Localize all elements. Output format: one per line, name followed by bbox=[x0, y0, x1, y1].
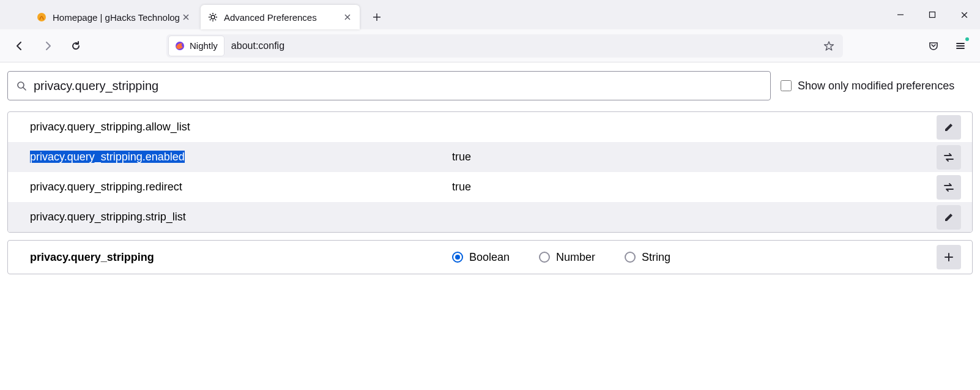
pref-name: privacy.query_stripping.allow_list bbox=[30, 121, 190, 133]
svg-line-8 bbox=[215, 14, 216, 15]
close-window-button[interactable] bbox=[948, 0, 980, 29]
svg-rect-10 bbox=[930, 12, 935, 18]
identity-box[interactable]: Nightly bbox=[169, 36, 224, 56]
show-only-modified-checkbox[interactable]: Show only modified preferences bbox=[781, 80, 954, 92]
search-icon bbox=[17, 81, 26, 91]
toggle-button[interactable] bbox=[937, 175, 961, 200]
prefs-table: privacy.query_stripping.allow_list priva… bbox=[7, 111, 973, 233]
close-icon[interactable] bbox=[341, 11, 354, 23]
titlebar: Homepage | gHacks Technolog Advanced Pre… bbox=[0, 0, 980, 29]
pref-type-label: String bbox=[642, 251, 670, 264]
show-only-modified-label: Show only modified preferences bbox=[798, 80, 954, 92]
pref-type-label: Number bbox=[556, 251, 595, 264]
url-text: about:config bbox=[231, 40, 843, 51]
bookmark-star-icon[interactable] bbox=[821, 38, 837, 54]
pref-type-boolean[interactable]: Boolean bbox=[452, 251, 510, 264]
radio-unchecked-icon bbox=[625, 252, 636, 263]
maximize-button[interactable] bbox=[916, 0, 948, 29]
app-menu-button[interactable] bbox=[949, 35, 971, 57]
minimize-button[interactable] bbox=[885, 0, 916, 29]
pref-type-radiogroup: Boolean Number String bbox=[452, 251, 670, 264]
about-config-content: Show only modified preferences privacy.q… bbox=[0, 62, 980, 283]
identity-label: Nightly bbox=[190, 40, 218, 51]
firefox-nightly-icon bbox=[175, 41, 185, 51]
forward-button[interactable] bbox=[37, 35, 59, 57]
tab-active[interactable]: Advanced Preferences bbox=[201, 5, 360, 29]
pref-value: true bbox=[452, 151, 937, 163]
pref-row[interactable]: privacy.query_stripping.enabled true bbox=[8, 142, 972, 172]
pref-type-string[interactable]: String bbox=[625, 251, 670, 264]
svg-line-6 bbox=[210, 14, 210, 15]
notification-dot-icon bbox=[965, 37, 969, 41]
new-tab-button[interactable] bbox=[367, 7, 387, 27]
close-icon[interactable] bbox=[180, 11, 192, 23]
pref-value: true bbox=[452, 181, 937, 193]
svg-point-0 bbox=[37, 13, 46, 21]
ghacks-favicon-icon bbox=[37, 12, 46, 22]
svg-line-9 bbox=[210, 20, 210, 20]
pref-row[interactable]: privacy.query_stripping.strip_list bbox=[8, 202, 972, 232]
svg-line-13 bbox=[23, 88, 26, 90]
tab-inactive[interactable]: Homepage | gHacks Technolog bbox=[29, 5, 198, 29]
show-only-modified-input[interactable] bbox=[781, 80, 792, 91]
svg-line-7 bbox=[215, 20, 216, 20]
new-pref-name: privacy.query_stripping bbox=[30, 251, 452, 264]
toolbar: Nightly about:config bbox=[0, 29, 980, 62]
reload-button[interactable] bbox=[65, 35, 87, 57]
back-button[interactable] bbox=[9, 35, 31, 57]
tab-label: Homepage | gHacks Technolog bbox=[53, 12, 180, 23]
pref-name: privacy.query_stripping.redirect bbox=[30, 181, 182, 193]
add-pref-button[interactable] bbox=[937, 245, 961, 269]
toggle-button[interactable] bbox=[937, 145, 961, 170]
pref-type-label: Boolean bbox=[469, 251, 510, 264]
gear-icon bbox=[208, 12, 218, 22]
url-bar[interactable]: Nightly about:config bbox=[166, 34, 843, 58]
window-controls bbox=[885, 0, 980, 29]
pref-name: privacy.query_stripping.strip_list bbox=[30, 211, 186, 223]
radio-checked-icon bbox=[452, 252, 463, 263]
edit-button[interactable] bbox=[937, 115, 961, 140]
pref-search-box[interactable] bbox=[7, 71, 771, 100]
svg-point-1 bbox=[211, 15, 215, 19]
pref-name: privacy.query_stripping.enabled bbox=[30, 151, 185, 163]
pref-type-number[interactable]: Number bbox=[539, 251, 595, 264]
pref-row[interactable]: privacy.query_stripping.redirect true bbox=[8, 172, 972, 202]
pref-search-input[interactable] bbox=[34, 79, 762, 93]
radio-unchecked-icon bbox=[539, 252, 550, 263]
add-pref-panel: privacy.query_stripping Boolean Number S… bbox=[7, 240, 973, 274]
pref-row[interactable]: privacy.query_stripping.allow_list bbox=[8, 112, 972, 142]
edit-button[interactable] bbox=[937, 205, 961, 230]
pocket-button[interactable] bbox=[922, 35, 945, 57]
tab-label: Advanced Preferences bbox=[224, 12, 341, 23]
